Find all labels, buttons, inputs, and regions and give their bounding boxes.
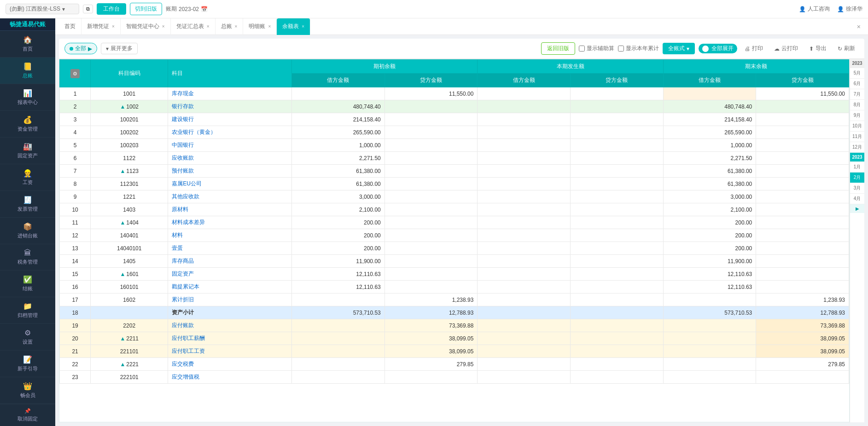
user-service[interactable]: 👤 人工咨询: [799, 5, 830, 13]
date-oct[interactable]: 10月: [850, 121, 864, 132]
sidebar-item-settle[interactable]: ✅ 结账: [0, 271, 55, 297]
row-name-1[interactable]: 库存现金: [168, 87, 292, 100]
workbench-button[interactable]: 工作台: [97, 3, 126, 15]
sidebar-item-home[interactable]: 🏠 首页: [0, 31, 55, 58]
refresh-button[interactable]: ↻ 刷新: [834, 43, 859, 54]
tab-balance-sheet-close[interactable]: ×: [302, 24, 304, 29]
date-sep[interactable]: 9月: [850, 110, 864, 121]
row-name-13[interactable]: 壹蛋: [168, 242, 292, 255]
tab-general-ledger[interactable]: 总账 ×: [216, 18, 244, 35]
print-button[interactable]: 🖨 打印: [741, 43, 767, 54]
show-ytd-input[interactable]: [618, 46, 624, 52]
row-name-4[interactable]: 农业银行（黄金）: [168, 126, 292, 139]
date-apr[interactable]: 4月: [850, 194, 864, 204]
account-link[interactable]: 其他应收款: [172, 193, 199, 200]
return-old-button[interactable]: 返回旧版: [541, 42, 575, 55]
account-link[interactable]: 固定资产: [172, 271, 194, 277]
col-settings[interactable]: ⚙: [60, 60, 91, 87]
expand-button[interactable]: ▾ 展开更多: [101, 43, 138, 54]
account-link[interactable]: 库存商品: [172, 258, 194, 264]
row-name-9[interactable]: 其他应收款: [168, 190, 292, 203]
row-name-11[interactable]: 材料成本差异: [168, 216, 292, 229]
account-link[interactable]: 应付账款: [172, 322, 194, 328]
account-link[interactable]: 预付账款: [172, 167, 194, 174]
tab-home[interactable]: 首页: [59, 18, 82, 35]
sidebar-item-capital[interactable]: 💰 资金管理: [0, 111, 55, 138]
tab-detail-ledger-close[interactable]: ×: [268, 24, 271, 29]
show-aux-input[interactable]: [579, 46, 585, 52]
tab-smart-voucher-close[interactable]: ×: [162, 24, 165, 29]
sidebar-item-member[interactable]: 👑 畅会员: [0, 377, 55, 404]
row-name-19[interactable]: 应付账款: [168, 319, 292, 332]
switch-old-button[interactable]: 切到旧版: [130, 3, 162, 15]
tab-new-voucher[interactable]: 新增凭证 ×: [82, 18, 121, 35]
company-selector[interactable]: (勿删) 江西股坐-LSS ▾: [6, 4, 79, 14]
account-link[interactable]: 壹蛋: [172, 245, 183, 251]
tab-general-ledger-close[interactable]: ×: [235, 24, 238, 29]
row-name-21[interactable]: 应付职工工资: [168, 345, 292, 358]
date-dec[interactable]: 12月: [850, 142, 864, 153]
account-link[interactable]: 应收账款: [172, 155, 194, 161]
row-name-17[interactable]: 累计折旧: [168, 294, 292, 306]
row-name-14[interactable]: 库存商品: [168, 255, 292, 268]
date-feb[interactable]: 2月: [850, 173, 864, 183]
tab-close-all[interactable]: ×: [853, 23, 864, 30]
date-jan[interactable]: 1月: [850, 162, 864, 173]
row-name-7[interactable]: 预付账款: [168, 165, 292, 178]
sidebar-item-salary[interactable]: 👷 工资: [0, 164, 55, 191]
date-jun[interactable]: 6月: [850, 79, 864, 89]
row-name-10[interactable]: 原材料: [168, 203, 292, 216]
row-name-12[interactable]: 材料: [168, 229, 292, 242]
account-link[interactable]: 建设银行: [172, 116, 194, 122]
date-year-2023-top[interactable]: 2023: [850, 59, 864, 68]
sidebar-item-purchase[interactable]: 📦 进销台账: [0, 218, 55, 244]
table-wrapper[interactable]: ⚙ 科目编码 科目 期初余额 本期发生额 期末余额 借方金额: [59, 59, 850, 422]
filter-button[interactable]: 全部 ▶: [64, 43, 97, 54]
row-name-23[interactable]: 应交增值税: [168, 371, 292, 384]
table-settings-icon[interactable]: ⚙: [70, 69, 80, 78]
sidebar-item-newguide[interactable]: 📝 新手引导: [0, 351, 55, 377]
row-name-2[interactable]: 银行存款: [168, 100, 292, 113]
date-panel-expand[interactable]: ▶: [850, 204, 864, 213]
show-aux-checkbox[interactable]: 显示辅助算: [579, 45, 614, 52]
account-link[interactable]: 累计折旧: [172, 296, 194, 303]
account-link[interactable]: 材料: [172, 232, 183, 238]
tab-balance-sheet[interactable]: 余额表 ×: [277, 18, 310, 35]
account-link[interactable]: 应交增值税: [172, 374, 199, 380]
date-nov[interactable]: 11月: [850, 132, 864, 142]
account-link[interactable]: 戳提累记本: [172, 283, 199, 290]
sidebar-item-invoice[interactable]: 🧾 发票管理: [0, 191, 55, 218]
tab-detail-ledger[interactable]: 明细账 ×: [243, 18, 277, 35]
cloud-print-button[interactable]: ☁ 云打印: [770, 43, 802, 54]
account-link[interactable]: 银行存款: [172, 103, 194, 109]
account-link[interactable]: 嘉属EU公司: [172, 180, 202, 187]
row-name-6[interactable]: 应收账款: [168, 152, 292, 165]
sidebar-item-archive[interactable]: 📁 归档管理: [0, 297, 55, 324]
date-year-2023-active[interactable]: 2023: [850, 153, 864, 162]
tab-new-voucher-close[interactable]: ×: [112, 24, 115, 29]
expand-all-toggle[interactable]: 全部展开: [699, 44, 737, 53]
tab-voucher-summary-close[interactable]: ×: [207, 24, 210, 29]
row-name-3[interactable]: 建设银行: [168, 113, 292, 126]
row-name-5[interactable]: 中国银行: [168, 139, 292, 152]
row-name-16[interactable]: 戳提累记本: [168, 281, 292, 294]
export-button[interactable]: ⬆ 导出: [805, 43, 830, 54]
tab-voucher-summary[interactable]: 凭证汇总表 ×: [171, 18, 216, 35]
row-name-22[interactable]: 应交税费: [168, 358, 292, 371]
copy-button[interactable]: ⧉: [83, 5, 93, 13]
row-name-8[interactable]: 嘉属EU公司: [168, 178, 292, 190]
user-name[interactable]: 👤 徐泽华: [837, 5, 862, 13]
account-link[interactable]: 应付职工工资: [172, 348, 205, 354]
tab-smart-voucher[interactable]: 智能凭证中心 ×: [121, 18, 171, 35]
sidebar-item-settings[interactable]: ⚙ 设置: [0, 324, 55, 351]
sidebar-item-fixed[interactable]: 🏭 固定资产: [0, 138, 55, 164]
date-mar[interactable]: 3月: [850, 183, 864, 194]
sidebar-item-ledger[interactable]: 📒 总账: [0, 58, 55, 84]
sidebar-item-unpin[interactable]: 📌 取消固定: [0, 404, 55, 426]
sidebar-item-tax[interactable]: 🏛 税务管理: [0, 244, 55, 271]
date-may[interactable]: 5月: [850, 68, 864, 79]
account-link[interactable]: 中国银行: [172, 142, 194, 148]
calendar-icon[interactable]: 📅: [201, 6, 208, 12]
date-jul[interactable]: 7月: [850, 89, 864, 100]
show-ytd-checkbox[interactable]: 显示本年累计: [618, 45, 659, 52]
